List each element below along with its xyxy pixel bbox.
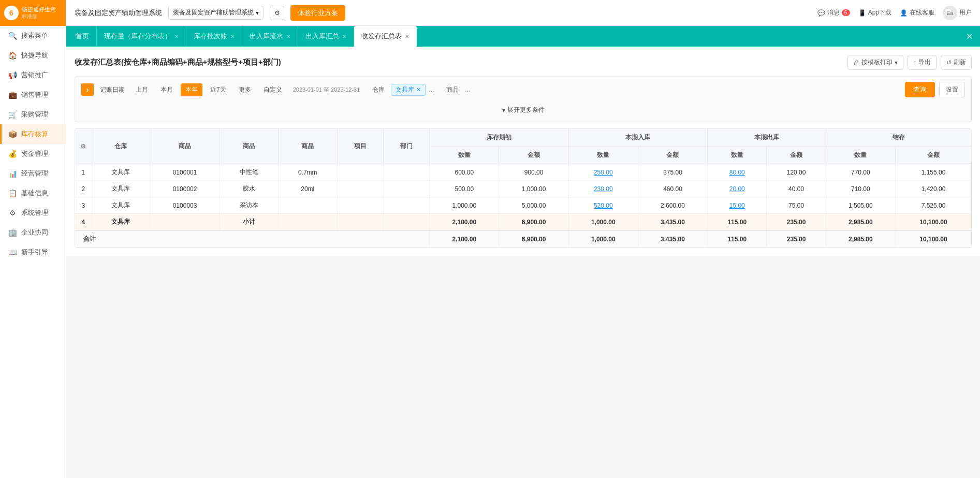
date-btn-more[interactable]: 更多	[234, 83, 256, 96]
topbar-left: 装备及固定资产辅助管理系统 装备及固定资产辅助管理系统 ▾ ⚙ 体验行业方案	[75, 5, 345, 21]
sidebar-item-guide[interactable]: 📖 新手引导	[0, 242, 66, 262]
sidebar: 6 畅捷通好生意 标准版 🔍 搜索菜单 🏠 快捷导航 📢 营销推广 💼 销售管理…	[0, 0, 66, 478]
sidebar-item-marketing[interactable]: 📢 营销推广	[0, 65, 66, 85]
refresh-icon: ↺	[946, 59, 952, 66]
col-closing-qty: 数量	[826, 147, 895, 164]
sidebar-item-operations[interactable]: 📊 经营管理	[0, 164, 66, 183]
row-in-qty[interactable]: 230.00	[568, 181, 638, 197]
data-table-container: ⚙ 仓库 商品 商品 商品 项目 部门 库存期初 本期入库 本期出库 结存	[75, 128, 972, 248]
inventory-icon: 📦	[8, 129, 17, 139]
row-dept	[384, 197, 430, 214]
user-menu[interactable]: Ea 用户	[943, 6, 972, 20]
sidebar-item-system[interactable]: ⚙ 系统管理	[0, 203, 66, 223]
export-icon: ↑	[913, 59, 916, 66]
warehouse-filter-label: 仓库	[372, 85, 385, 94]
warehouse-tag[interactable]: 文具库 ✕	[391, 84, 426, 96]
sidebar-item-inventory[interactable]: 📦 库存核算	[0, 124, 66, 144]
sidebar-item-label: 搜索菜单	[21, 31, 48, 40]
sales-icon: 💼	[8, 90, 17, 99]
tab-label: 收发存汇总表	[361, 32, 402, 41]
refresh-btn[interactable]: ↺ 刷新	[941, 55, 972, 70]
date-btn-7days[interactable]: 近7天	[206, 83, 231, 96]
sidebar-item-basic-info[interactable]: 📋 基础信息	[0, 183, 66, 203]
goods-filter-label: 商品	[446, 85, 459, 94]
row-in-qty: 1,000.00	[568, 214, 638, 231]
row-opening-amt: 1,000.00	[499, 181, 568, 197]
tab-close-icon[interactable]: ✕	[230, 34, 235, 39]
row-warehouse: 文具库	[92, 197, 150, 214]
tab-inout-summary[interactable]: 出入库汇总✕	[298, 26, 354, 47]
query-button[interactable]: 查询	[905, 82, 935, 97]
tab-inventory-dist[interactable]: 现存量（库存分布表）✕	[97, 26, 186, 47]
user-avatar: Ea	[943, 6, 957, 20]
sidebar-item-search[interactable]: 🔍 搜索菜单	[0, 26, 66, 46]
row-out-qty[interactable]: 15.00	[708, 197, 767, 214]
table-gear-icon[interactable]: ⚙	[80, 143, 86, 150]
export-btn[interactable]: ↑ 导出	[908, 55, 937, 70]
tab-close-icon[interactable]: ✕	[405, 34, 409, 39]
row-in-qty[interactable]: 520.00	[568, 197, 638, 214]
col-in-qty: 数量	[568, 147, 638, 164]
tab-batch[interactable]: 库存批次账✕	[186, 26, 242, 47]
row-closing-qty: 2,985.00	[826, 214, 895, 231]
tab-inout-flow[interactable]: 出入库流水✕	[242, 26, 298, 47]
date-btn-custom[interactable]: 自定义	[259, 83, 287, 96]
tab-recv-send-summary[interactable]: 收发存汇总表✕	[354, 26, 417, 47]
online-service-btn[interactable]: 👤 在线客服	[900, 8, 934, 17]
tab-bar: 首页现存量（库存分布表）✕库存批次账✕出入库流水✕出入库汇总✕收发存汇总表✕ ✕	[66, 26, 980, 47]
close-all-tabs[interactable]: ✕	[961, 32, 978, 41]
row-goods-name: 小计	[220, 214, 278, 231]
tab-home[interactable]: 首页	[68, 26, 97, 47]
row-opening-qty: 2,100.00	[430, 214, 499, 231]
row-in-amt: 375.00	[638, 164, 707, 181]
sidebar-item-finance[interactable]: 💰 资金管理	[0, 144, 66, 164]
row-goods-spec	[278, 214, 337, 231]
table-footer-row: 合计 2,100.00 6,900.00 1,000.00 3,435.00 1…	[75, 230, 971, 248]
purchase-icon: 🛒	[8, 110, 17, 119]
date-btn-cur-year[interactable]: 本年	[181, 83, 202, 96]
tab-close-icon[interactable]: ✕	[286, 34, 290, 39]
finance-icon: 💰	[8, 149, 17, 158]
sidebar-item-quick-nav[interactable]: 🏠 快捷导航	[0, 46, 66, 65]
row-in-qty[interactable]: 250.00	[568, 164, 638, 181]
row-goods-name: 采访本	[220, 197, 278, 214]
tab-close-icon[interactable]: ✕	[342, 34, 346, 39]
sidebar-item-sales[interactable]: 💼 销售管理	[0, 85, 66, 105]
row-opening-amt: 5,000.00	[499, 197, 568, 214]
app-download-btn[interactable]: 📱 App下载	[858, 8, 891, 17]
sidebar-item-enterprise[interactable]: 🏢 企业协同	[0, 223, 66, 242]
date-btn-prev-month[interactable]: 上月	[131, 83, 153, 96]
goods-more-btn[interactable]: ...	[465, 86, 470, 93]
sidebar-item-label: 销售管理	[21, 90, 48, 99]
row-dept	[384, 214, 430, 231]
row-out-qty[interactable]: 80.00	[708, 164, 767, 181]
col-header-goods-name: 商品	[220, 129, 278, 164]
table-row: 2 文具库 0100002 胶水 20ml 500.00 1,000.00 23…	[75, 181, 971, 197]
warehouse-tag-close-icon[interactable]: ✕	[416, 86, 421, 93]
date-btn-cur-month[interactable]: 本月	[156, 83, 178, 96]
print-btn[interactable]: 🖨 按模板打印 ▾	[847, 55, 903, 70]
messages-btn[interactable]: 💬 消息 6	[817, 8, 850, 17]
topbar: 装备及固定资产辅助管理系统 装备及固定资产辅助管理系统 ▾ ⚙ 体验行业方案 💬…	[66, 0, 980, 26]
warehouse-filter: 文具库 ✕ ...	[391, 84, 434, 96]
quick-nav-icon: 🏠	[8, 51, 17, 60]
system-select[interactable]: 装备及固定资产辅助管理系统 ▾	[168, 6, 264, 20]
trial-button[interactable]: 体验行业方案	[290, 5, 345, 21]
settings-icon[interactable]: ⚙	[270, 6, 284, 20]
table-row: 4 文具库 小计 2,100.00 6,900.00 1,000.00 3,43…	[75, 214, 971, 231]
tab-close-icon[interactable]: ✕	[174, 34, 179, 39]
row-goods-spec: 0.7mm	[278, 164, 337, 181]
content-area: 收发存汇总表(按仓库+商品编码+商品+规格型号+项目+部门) 🖨 按模板打印 ▾…	[66, 47, 980, 256]
row-project	[337, 181, 383, 197]
date-filter-options: 上月 本月 本年 近7天 更多 自定义	[131, 83, 287, 96]
row-project	[337, 164, 383, 181]
filter-toggle-btn[interactable]: ›	[81, 83, 94, 96]
row-in-amt: 460.00	[638, 181, 707, 197]
settings-button[interactable]: 设置	[939, 82, 965, 97]
tab-label: 出入库汇总	[305, 32, 339, 41]
row-out-qty[interactable]: 20.00	[708, 181, 767, 197]
warehouse-more-btn[interactable]: ...	[429, 86, 434, 93]
system-icon: ⚙	[8, 208, 17, 218]
expand-conditions-btn[interactable]: ▾ 展开更多条件	[496, 104, 551, 117]
sidebar-item-purchase[interactable]: 🛒 采购管理	[0, 105, 66, 124]
